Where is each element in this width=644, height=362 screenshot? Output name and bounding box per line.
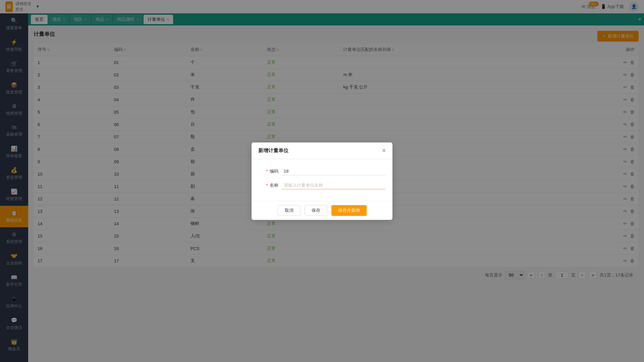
name-required-mark: * (266, 183, 268, 188)
modal-overlay[interactable]: 新增计量单位 × * 编码 * 名称 取消 保存 保存并新增 (0, 0, 644, 362)
name-input[interactable] (282, 181, 386, 189)
name-label: * 名称 (258, 182, 278, 188)
form-row-code: * 编码 (258, 167, 386, 175)
save-button[interactable]: 保存 (305, 205, 327, 216)
modal-close-button[interactable]: × (382, 147, 386, 154)
add-unit-modal: 新增计量单位 × * 编码 * 名称 取消 保存 保存并新增 (252, 142, 392, 220)
modal-body: * 编码 * 名称 (252, 159, 392, 201)
save-and-new-button[interactable]: 保存并新增 (331, 205, 367, 216)
code-required-mark: * (266, 169, 268, 174)
modal-footer: 取消 保存 保存并新增 (252, 201, 392, 220)
form-row-name: * 名称 (258, 181, 386, 189)
code-label: * 编码 (258, 168, 278, 174)
modal-title: 新增计量单位 (258, 147, 288, 154)
modal-header: 新增计量单位 × (252, 142, 392, 159)
cancel-button[interactable]: 取消 (278, 205, 301, 216)
code-input[interactable] (282, 167, 386, 175)
